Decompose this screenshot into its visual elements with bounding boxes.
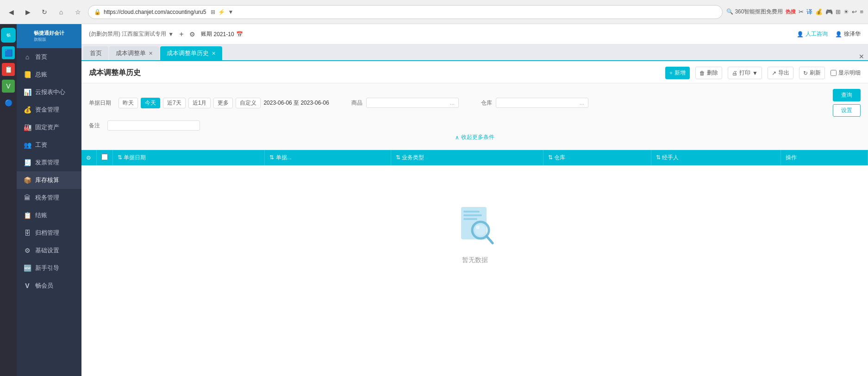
period-selector[interactable]: 账期 2021-10 📅 — [201, 30, 243, 38]
sidebar-item-ledger[interactable]: 📒 总账 — [17, 66, 81, 83]
tab-cost-adjust-close[interactable]: ✕ — [149, 50, 153, 56]
archive-icon: 🗄 — [23, 229, 31, 237]
sidebar-item-close-accounts[interactable]: 📋 结账 — [17, 207, 81, 224]
tabs-bar: 首页 成本调整单 ✕ 成本调整单历史 ✕ ✕ — [81, 44, 868, 61]
browser-home-btn[interactable]: ⌂ — [55, 6, 68, 19]
icon-bar-item-3[interactable]: V — [2, 80, 15, 93]
sidebar-label-invoice: 发票管理 — [35, 158, 59, 167]
column-settings-icon[interactable]: ⚙ — [86, 155, 91, 161]
sidebar-item-settings[interactable]: ⚙ 基础设置 — [17, 242, 81, 259]
settings-gear-icon[interactable]: ⚙ — [189, 31, 195, 38]
tax-icon: 🏛 — [23, 194, 31, 201]
export-icon: ↗ — [772, 70, 776, 76]
sidebar-item-inventory[interactable]: 📦 库存核算 — [17, 171, 81, 189]
icon-bar-item-4[interactable]: 🔵 — [2, 96, 15, 109]
sidebar-item-guide[interactable]: 🆕 新手引导 — [17, 259, 81, 277]
sidebar: 畅捷通好会计 旗舰版 ⌂ 首页 📒 总账 📊 云报表中心 💰 资金管理 � — [17, 24, 81, 376]
sidebar-item-funds[interactable]: 💰 资金管理 — [17, 101, 81, 119]
date-btn-7days[interactable]: 近7天 — [163, 98, 186, 108]
sun-icon: ☀ — [843, 8, 849, 15]
page-area: 成本调整单历史 + 新增 🗑 删除 🖨 打印 ▼ — [81, 61, 868, 376]
app-wrapper: 畅 🟦 📋 V 🔵 畅捷通好会计 旗舰版 ⌂ 首页 📒 总账 📊 云报表 — [0, 0, 868, 376]
icon-bar-item-2[interactable]: 📋 — [2, 63, 15, 76]
sidebar-item-reports[interactable]: 📊 云报表中心 — [17, 83, 81, 101]
print-dropdown-icon[interactable]: ▼ — [752, 70, 758, 76]
invoice-icon: 🧾 — [23, 159, 31, 166]
remark-input[interactable] — [107, 120, 200, 131]
sidebar-item-vip[interactable]: V 畅会员 — [17, 277, 81, 295]
warehouse-filter-select[interactable]: ... — [496, 98, 588, 108]
th-number[interactable]: ⇅ 单据... — [265, 150, 391, 165]
browser-grid-icon: ⊞ — [211, 9, 215, 15]
add-org-btn[interactable]: + — [179, 30, 183, 38]
calendar-icon[interactable]: 📅 — [236, 31, 243, 38]
tabs-close-all-btn[interactable]: ✕ — [859, 53, 864, 60]
ssl-lock-icon: 🔒 — [94, 9, 101, 15]
print-btn[interactable]: 🖨 打印 ▼ — [728, 67, 762, 79]
sidebar-nav: ⌂ 首页 📒 总账 📊 云报表中心 💰 资金管理 🏭 固定资产 👥 工资 — [17, 48, 81, 376]
tab-cost-adjust[interactable]: 成本调整单 ✕ — [109, 46, 159, 60]
delete-btn[interactable]: 🗑 删除 — [695, 67, 722, 79]
show-cols-checkbox[interactable] — [831, 70, 837, 76]
date-btn-more[interactable]: 更多 — [213, 98, 233, 108]
sidebar-logo-sub: 旗舰版 — [34, 37, 64, 43]
sidebar-item-salary[interactable]: 👥 工资 — [17, 136, 81, 154]
address-bar[interactable]: 🔒 https://cloud.chanjet.com/accounting/u… — [88, 5, 723, 19]
goods-select-dots[interactable]: ... — [450, 100, 455, 106]
tab-home-label: 首页 — [90, 49, 102, 57]
browser-dropdown-btn[interactable]: ▼ — [228, 9, 233, 15]
sidebar-item-invoice[interactable]: 🧾 发票管理 — [17, 154, 81, 171]
date-btn-1month[interactable]: 近1月 — [188, 98, 211, 108]
goods-filter-select[interactable]: ... — [366, 98, 459, 108]
consult-icon: 👤 — [797, 31, 804, 38]
icon-bar-item-1[interactable]: 🟦 — [2, 46, 15, 59]
company-name: (勿删勿禁用) 江西服宝测试专用 — [89, 30, 166, 38]
th-settings[interactable]: ⚙ — [81, 150, 96, 165]
reset-btn[interactable]: 设置 — [833, 104, 861, 117]
sidebar-logo-text: 畅捷通好会计 — [34, 30, 64, 36]
tab-home[interactable]: 首页 — [83, 46, 108, 60]
browser-star-btn[interactable]: ☆ — [71, 6, 84, 19]
inventory-icon: 📦 — [23, 176, 31, 184]
export-btn[interactable]: ↗ 导出 — [768, 67, 793, 79]
date-btn-yesterday[interactable]: 昨天 — [119, 98, 138, 108]
refresh-btn[interactable]: ↻ 刷新 — [799, 67, 825, 79]
th-date[interactable]: ⇅ 单据日期 — [112, 150, 265, 165]
sidebar-item-fixed-assets[interactable]: 🏭 固定资产 — [17, 119, 81, 136]
browser-back-btn[interactable]: ◀ — [5, 6, 18, 19]
sidebar-item-home[interactable]: ⌂ 首页 — [17, 48, 81, 66]
sidebar-item-tax[interactable]: 🏛 税务管理 — [17, 189, 81, 207]
select-all-checkbox[interactable] — [101, 154, 108, 160]
company-dropdown-icon[interactable]: ▼ — [168, 31, 174, 38]
user-menu[interactable]: 👤 徐泽华 — [835, 30, 861, 38]
print-icon: 🖨 — [732, 70, 737, 76]
show-cols-toggle[interactable]: 显示明细 — [831, 69, 861, 77]
search-btn[interactable]: 查询 — [833, 89, 861, 101]
filter-row-1: 单据日期 昨天 今天 近7天 近1月 更多 自定义 2023-06-06 至 2… — [89, 89, 861, 117]
undo-icon: ↩ — [852, 8, 857, 15]
date-btn-today[interactable]: 今天 — [141, 98, 160, 108]
page-header: 成本调整单历史 + 新增 🗑 删除 🖨 打印 ▼ — [81, 61, 868, 83]
tab-cost-adjust-history-close[interactable]: ✕ — [212, 50, 216, 56]
browser-forward-btn[interactable]: ▶ — [21, 6, 34, 19]
sidebar-label-guide: 新手引导 — [35, 264, 59, 272]
th-warehouse[interactable]: ⇅ 仓库 — [543, 150, 651, 165]
new-btn[interactable]: + 新增 — [665, 67, 690, 79]
page-title: 成本调整单历史 — [89, 68, 141, 78]
trash-icon: 🗑 — [699, 70, 705, 76]
th-handler[interactable]: ⇅ 经手人 — [651, 150, 781, 165]
warehouse-select-dots[interactable]: ... — [580, 100, 584, 106]
sidebar-label-fixed-assets: 固定资产 — [35, 123, 59, 132]
consult-btn[interactable]: 👤 人工咨询 — [797, 30, 828, 38]
browser-reload-btn[interactable]: ↻ — [38, 6, 51, 19]
tab-cost-adjust-history[interactable]: 成本调整单历史 ✕ — [160, 46, 222, 60]
th-checkbox[interactable] — [96, 150, 112, 165]
game-icon: 🎮 — [825, 8, 833, 15]
collapse-filter-btn[interactable]: ∧ 收起更多条件 — [89, 131, 861, 144]
company-selector[interactable]: (勿删勿禁用) 江西服宝测试专用 ▼ — [89, 30, 174, 38]
th-biz-type[interactable]: ⇅ 业务类型 — [391, 150, 543, 165]
sidebar-item-archive[interactable]: 🗄 归档管理 — [17, 224, 81, 242]
date-btn-custom[interactable]: 自定义 — [236, 98, 261, 108]
goods-filter-label: 商品 — [351, 99, 362, 107]
sidebar-label-close-accounts: 结账 — [35, 211, 47, 219]
